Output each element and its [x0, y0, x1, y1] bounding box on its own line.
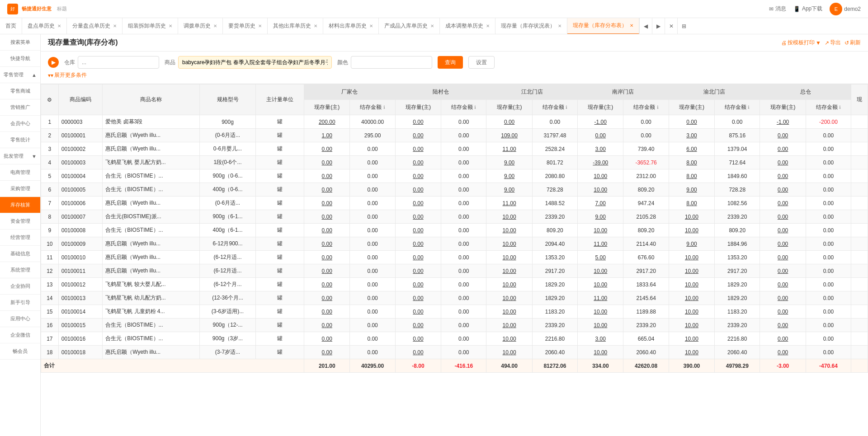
tab-material-out[interactable]: 材料出库单历史 ✕	[323, 18, 379, 34]
td-lw[interactable]: 0.00	[395, 251, 441, 264]
refresh-btn[interactable]: ↺ 刷新	[844, 39, 861, 47]
td-ybw[interactable]: 10.00	[669, 291, 714, 305]
close-icon[interactable]: ✕	[369, 23, 373, 28]
td-tw[interactable]: 0.00	[760, 142, 806, 156]
sidebar-item-system[interactable]: 系统管理	[0, 262, 40, 278]
td-tw[interactable]: 0.00	[760, 305, 806, 319]
info-icon[interactable]: ℹ	[383, 105, 385, 110]
export-btn[interactable]: ↗ 导出	[825, 39, 841, 47]
collapse-btn[interactable]: ▶	[48, 57, 59, 68]
td-naw[interactable]: 11.00	[578, 237, 623, 251]
sidebar-item-retail-mgmt[interactable]: 零售管理 ▲	[0, 67, 40, 83]
message-btn[interactable]: ✉ 消息	[769, 5, 786, 13]
td-naw[interactable]: 10.00	[578, 183, 623, 197]
td-naw[interactable]: 5.00	[578, 251, 623, 264]
td-lw[interactable]: 0.00	[395, 332, 441, 346]
td-naw[interactable]: 10.00	[578, 346, 623, 359]
app-download-btn[interactable]: 📱 App下载	[793, 5, 822, 13]
close-icon[interactable]: ✕	[314, 23, 317, 28]
td-naw[interactable]: -39.00	[578, 156, 623, 169]
td-fw[interactable]: 0.00	[304, 156, 350, 169]
color-input[interactable]	[351, 56, 432, 69]
td-ybw[interactable]: 10.00	[669, 278, 714, 291]
close-icon[interactable]: ✕	[57, 23, 61, 28]
close-icon[interactable]: ✕	[558, 23, 561, 28]
td-lw[interactable]: 0.00	[395, 169, 441, 183]
close-icon[interactable]: ✕	[430, 23, 434, 28]
td-ybw[interactable]: 6.00	[669, 142, 714, 156]
td-fw[interactable]: 0.00	[304, 346, 350, 359]
close-icon[interactable]: ✕	[213, 23, 217, 28]
td-jbw[interactable]: 10.00	[486, 278, 532, 291]
td-ybw[interactable]: 10.00	[669, 305, 714, 319]
td-fw[interactable]: 0.00	[304, 183, 350, 197]
sidebar-item-search[interactable]: 搜索英单	[0, 34, 40, 51]
td-lw[interactable]: 0.00	[395, 156, 441, 169]
td-lw[interactable]: 0.00	[395, 129, 441, 142]
td-fw[interactable]: 0.00	[304, 332, 350, 346]
tab-next-btn[interactable]: ▶	[652, 18, 665, 34]
tab-split-stocktake[interactable]: 分量盘点单历史 ✕	[67, 18, 123, 34]
td-fw[interactable]: 0.00	[304, 251, 350, 264]
td-naw[interactable]: 0.00	[578, 129, 623, 142]
sidebar-item-retail-stats[interactable]: 零售统计	[0, 132, 40, 148]
sidebar-item-wechat[interactable]: 企业微信	[0, 327, 40, 343]
td-fw[interactable]: 0.00	[304, 278, 350, 291]
td-naw[interactable]: 10.00	[578, 319, 623, 332]
td-tw[interactable]: 0.00	[760, 197, 806, 210]
td-tw[interactable]: 0.00	[760, 278, 806, 291]
th-settings[interactable]: ⚙	[41, 84, 59, 115]
td-tw[interactable]: 0.00	[760, 319, 806, 332]
td-tw[interactable]: -1.00	[760, 115, 806, 129]
warehouse-input[interactable]	[78, 56, 159, 69]
td-jbw[interactable]: 10.00	[486, 346, 532, 359]
td-fw[interactable]: 200.00	[304, 115, 350, 129]
td-tw[interactable]: 0.00	[760, 129, 806, 142]
td-jbw[interactable]: 0.00	[486, 115, 532, 129]
td-ybw[interactable]: 8.00	[669, 156, 714, 169]
info-icon[interactable]: ℹ	[748, 105, 750, 110]
td-ybw[interactable]: 10.00	[669, 346, 714, 359]
td-naw[interactable]: 10.00	[578, 278, 623, 291]
info-icon[interactable]: ℹ	[566, 105, 567, 110]
td-lw[interactable]: 0.00	[395, 237, 441, 251]
td-ybw[interactable]: 9.00	[669, 237, 714, 251]
td-ybw[interactable]: 0.00	[669, 115, 714, 129]
td-tw[interactable]: 0.00	[760, 332, 806, 346]
td-fw[interactable]: 0.00	[304, 264, 350, 278]
sidebar-item-guide[interactable]: 新手引导	[0, 295, 40, 311]
sidebar-item-member[interactable]: 会员中心	[0, 116, 40, 132]
td-jbw[interactable]: 10.00	[486, 251, 532, 264]
td-ybw[interactable]: 3.00	[669, 129, 714, 142]
td-naw[interactable]: 10.00	[578, 169, 623, 183]
td-naw[interactable]: 7.00	[578, 197, 623, 210]
sidebar-item-membership[interactable]: 畅会员	[0, 343, 40, 360]
td-jbw[interactable]: 11.00	[486, 142, 532, 156]
td-fw[interactable]: 0.00	[304, 237, 350, 251]
td-ybw[interactable]: 10.00	[669, 319, 714, 332]
info-icon[interactable]: ℹ	[474, 105, 476, 110]
td-fw[interactable]: 0.00	[304, 291, 350, 305]
td-tw[interactable]: 0.00	[760, 346, 806, 359]
td-ybw[interactable]: 10.00	[669, 210, 714, 224]
tab-transfer[interactable]: 调拨单历史 ✕	[178, 18, 223, 34]
td-naw[interactable]: 11.00	[578, 291, 623, 305]
info-icon[interactable]: ℹ	[839, 105, 841, 110]
td-jbw[interactable]: 10.00	[486, 224, 532, 237]
sidebar-item-finance[interactable]: 资金管理	[0, 213, 40, 230]
td-ybw[interactable]: 10.00	[669, 224, 714, 237]
td-lw[interactable]: 0.00	[395, 278, 441, 291]
td-jbw[interactable]: 10.00	[486, 305, 532, 319]
td-naw[interactable]: 3.00	[578, 332, 623, 346]
td-jbw[interactable]: 11.00	[486, 197, 532, 210]
close-icon[interactable]: ✕	[630, 23, 633, 28]
settings-btn[interactable]: 设置	[468, 56, 495, 69]
td-jbw[interactable]: 10.00	[486, 332, 532, 346]
td-ybw[interactable]: 10.00	[669, 251, 714, 264]
product-input[interactable]	[178, 56, 332, 69]
tab-close-all-btn[interactable]: ✕	[665, 18, 677, 34]
tab-stocktake[interactable]: 盘点单历史 ✕	[22, 18, 67, 34]
td-tw[interactable]: 0.00	[760, 251, 806, 264]
tab-stock-dist[interactable]: 现存量（库存分布表）✕	[567, 18, 639, 34]
td-jbw[interactable]: 10.00	[486, 319, 532, 332]
